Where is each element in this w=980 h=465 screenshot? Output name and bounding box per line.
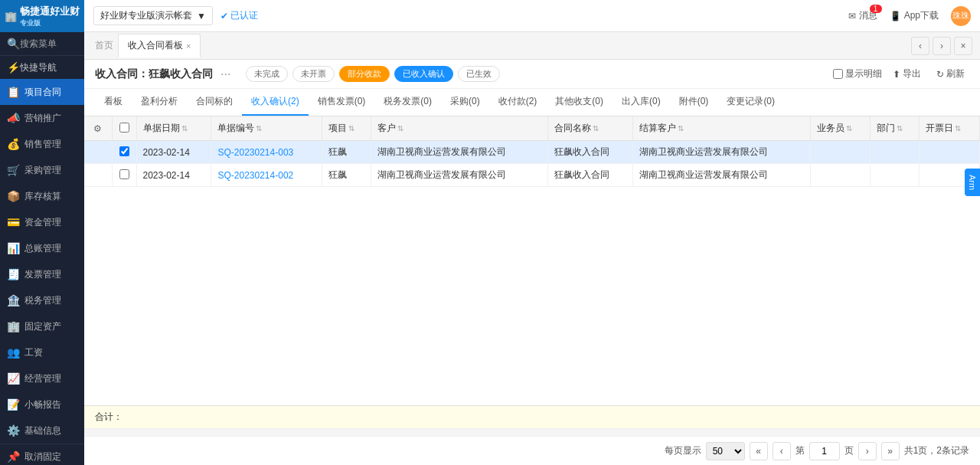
tab-nav-close[interactable]: ×: [954, 37, 972, 55]
col-date[interactable]: 单据日期⇅: [136, 116, 211, 141]
sidebar-item-label: 营销推广: [24, 112, 61, 125]
show-detail-input[interactable]: [833, 69, 843, 79]
sidebar-item-project[interactable]: 📋 项目合同: [0, 79, 84, 105]
tab-other-income[interactable]: 其他收支(0): [546, 89, 612, 116]
tab-sales-invoice[interactable]: 销售发票(0): [309, 89, 375, 116]
scrollbar-inner: [84, 429, 980, 435]
row-gear-cell: [84, 141, 112, 164]
page-number-input[interactable]: [809, 442, 840, 460]
tab-label: 收入合同看板: [128, 39, 183, 52]
sidebar-item-general[interactable]: 📊 总账管理: [0, 235, 84, 261]
sidebar-item-tax[interactable]: 🏦 税务管理: [0, 287, 84, 313]
col-number[interactable]: 单据编号⇅: [211, 116, 322, 141]
horizontal-scrollbar[interactable]: [84, 428, 980, 436]
tab-change-log[interactable]: 变更记录(0): [717, 89, 784, 116]
row-customer: 湖南卫视商业运营发展有限公司: [371, 164, 547, 187]
status-uninvoiced[interactable]: 未开票: [292, 66, 335, 82]
last-page-button[interactable]: »: [881, 442, 900, 460]
prev-page-button[interactable]: ‹: [773, 442, 791, 460]
hr-icon: 👥: [6, 345, 20, 359]
tab-contract-std[interactable]: 合同标的: [187, 89, 242, 116]
refresh-button[interactable]: ↻ 刷新: [932, 66, 969, 82]
row-checkbox-cell[interactable]: [112, 164, 136, 187]
status-confirmed[interactable]: 已收入确认: [394, 66, 453, 82]
sidebar-item-label: 搜索菜单: [20, 38, 57, 51]
first-page-button[interactable]: «: [750, 442, 768, 460]
tab-nav-prev[interactable]: ‹: [911, 37, 929, 55]
tab-income-confirm[interactable]: 收入确认(2): [242, 89, 309, 116]
sidebar-item-report[interactable]: 📝 小畅报告: [0, 391, 84, 418]
app-download-button[interactable]: 📱 App下载: [890, 9, 939, 22]
tab-profit[interactable]: 盈利分析: [132, 89, 187, 116]
col-open-date[interactable]: 开票日⇅: [920, 116, 980, 141]
right-panel-button[interactable]: Arm: [965, 169, 980, 196]
page-label: 第: [795, 444, 805, 457]
col-salesman[interactable]: 业务员⇅: [810, 116, 871, 141]
sidebar-item-inventory[interactable]: 📦 库存核算: [0, 183, 84, 209]
status-effective[interactable]: 已生效: [458, 66, 500, 82]
user-avatar[interactable]: 珠珠: [951, 6, 971, 26]
row-checkbox[interactable]: [119, 169, 129, 179]
sidebar-item-label: 资金管理: [24, 216, 61, 229]
table-row[interactable]: 2023-02-14 SQ-20230214-002 狂飙 湖南卫视商业运营发展…: [84, 164, 980, 187]
pin-icon: 📌: [6, 450, 20, 463]
sidebar-item-quick[interactable]: ⚡ 快捷导航: [0, 56, 84, 79]
row-billing-customer: 湖南卫视商业运营发展有限公司: [633, 164, 810, 187]
col-customer[interactable]: 客户⇅: [371, 116, 547, 141]
sidebar-item-label: 总账管理: [24, 242, 61, 255]
sidebar-item-mgmt[interactable]: 📈 经营管理: [0, 365, 84, 391]
sidebar-item-capital[interactable]: 💳 资金管理: [0, 209, 84, 235]
tab-payment[interactable]: 收付款(2): [489, 89, 547, 116]
col-project[interactable]: 项目⇅: [322, 116, 371, 141]
sort-billing-icon: ⇅: [678, 124, 684, 133]
tab-purchase[interactable]: 采购(0): [441, 89, 489, 116]
tab-board[interactable]: 看板: [95, 89, 132, 116]
tab-tax-invoice[interactable]: 税务发票(0): [374, 89, 441, 116]
sidebar: 🏢 畅捷通好业财 专业版 🔍 搜索菜单 ⚡ 快捷导航 📋 项目合同 📣 营销推广…: [0, 0, 84, 465]
right-panel: Arm: [965, 169, 980, 196]
show-detail-checkbox[interactable]: 显示明细: [833, 67, 882, 80]
sidebar-item-hr[interactable]: 👥 工资: [0, 339, 84, 365]
export-label: 导出: [903, 67, 921, 80]
sidebar-item-search[interactable]: 🔍 搜索菜单: [0, 32, 84, 56]
sidebar-item-purchase[interactable]: 🛒 采购管理: [0, 157, 84, 183]
col-gear[interactable]: ⚙: [84, 116, 112, 141]
tab-nav-next[interactable]: ›: [933, 37, 951, 55]
row-checkbox[interactable]: [119, 146, 129, 156]
close-tab-icon[interactable]: ×: [186, 41, 191, 51]
row-department: [871, 141, 920, 164]
next-page-button[interactable]: ›: [858, 442, 877, 460]
tab-warehouse[interactable]: 出入库(0): [612, 89, 670, 116]
sidebar-item-sales[interactable]: 💰 销售管理: [0, 131, 84, 157]
message-button[interactable]: ✉ 消息 1: [848, 9, 877, 22]
sidebar-item-marketing[interactable]: 📣 营销推广: [0, 105, 84, 131]
row-number[interactable]: SQ-20230214-003: [211, 141, 322, 164]
sidebar-item-invoice[interactable]: 🧾 发票管理: [0, 261, 84, 287]
col-contract[interactable]: 合同名称⇅: [548, 116, 633, 141]
row-number-link[interactable]: SQ-20230214-003: [217, 147, 293, 158]
export-button[interactable]: ⬆ 导出: [888, 66, 926, 82]
tab-income-contract[interactable]: 收入合同看板 ×: [118, 34, 201, 57]
row-checkbox-cell[interactable]: [112, 141, 136, 164]
col-billing-customer[interactable]: 结算客户⇅: [633, 116, 810, 141]
sidebar-item-base[interactable]: ⚙️ 基础信息: [0, 418, 84, 444]
company-selector[interactable]: 好业财专业版演示帐套 ▼: [93, 6, 213, 25]
row-number[interactable]: SQ-20230214-002: [211, 164, 322, 187]
sidebar-item-cancel-fixed[interactable]: 📌 取消固定: [0, 444, 84, 465]
row-date: 2023-02-14: [136, 164, 211, 187]
sidebar-item-fixed-assets[interactable]: 🏢 固定资产: [0, 313, 84, 339]
export-icon: ⬆: [893, 69, 900, 80]
status-incomplete[interactable]: 未完成: [246, 66, 288, 82]
col-department[interactable]: 部门⇅: [871, 116, 920, 141]
select-all-checkbox[interactable]: [119, 123, 129, 133]
table-row[interactable]: 2023-02-14 SQ-20230214-003 狂飙 湖南卫视商业运营发展…: [84, 141, 980, 164]
per-page-select[interactable]: 50 10 20 100: [706, 442, 745, 460]
logo-sub: 专业版: [20, 18, 80, 28]
tab-home[interactable]: 首页: [92, 34, 116, 57]
more-options-button[interactable]: ···: [220, 67, 230, 81]
col-checkbox[interactable]: [112, 116, 136, 141]
tab-attachment[interactable]: 附件(0): [670, 89, 718, 116]
status-partial[interactable]: 部分收款: [339, 66, 390, 82]
row-number-link[interactable]: SQ-20230214-002: [217, 170, 293, 181]
sidebar-item-label: 税务管理: [24, 294, 61, 307]
